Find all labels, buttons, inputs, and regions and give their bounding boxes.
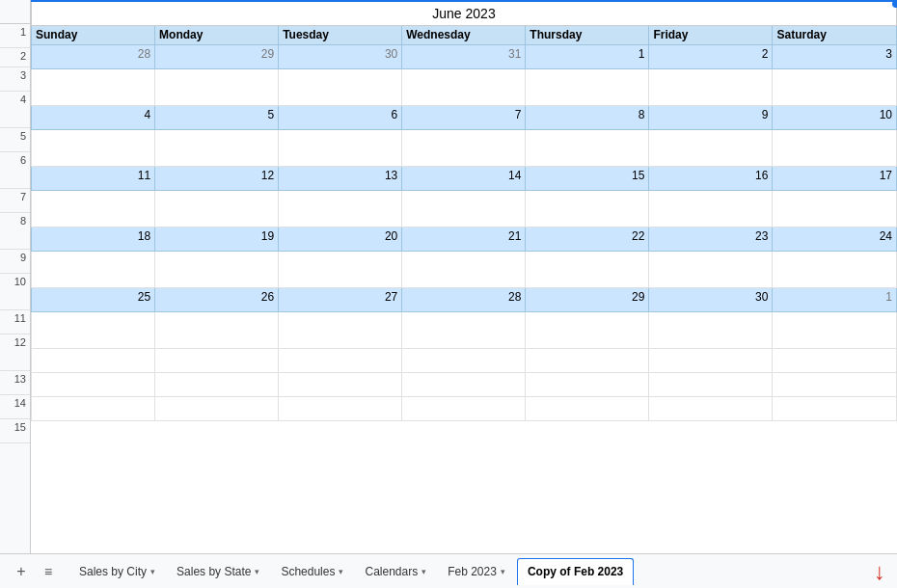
date-cell-5-6[interactable]: 10 (773, 105, 897, 129)
bottom-empty-cell-15-4 (526, 396, 649, 420)
row-num-11: 11 (0, 310, 30, 334)
date-cell-9-3[interactable]: 21 (402, 227, 526, 251)
date-cell-5-1[interactable]: 5 (155, 105, 279, 129)
empty-cell-12-0 (32, 311, 155, 348)
date-cell-5-5[interactable]: 9 (649, 105, 773, 129)
bottom-empty-cell-13-2 (279, 348, 402, 372)
empty-cell-8-6 (773, 190, 897, 227)
day-header-wednesday: Wednesday (402, 25, 526, 44)
empty-cell-8-3 (402, 190, 526, 227)
bottom-empty-cell-14-0 (32, 372, 155, 396)
day-header-friday: Friday (649, 25, 773, 44)
date-cell-3-2[interactable]: 30 (279, 44, 402, 68)
date-cell-11-6[interactable]: 1 (773, 287, 897, 311)
date-cell-7-5[interactable]: 16 (649, 166, 773, 190)
empty-cell-12-6 (773, 311, 897, 348)
empty-cell-8-1 (155, 190, 279, 227)
bottom-empty-cell-13-0 (32, 348, 155, 372)
bottom-empty-cell-14-3 (402, 372, 526, 396)
empty-cell-8-5 (649, 190, 773, 227)
row-num-13: 13 (0, 371, 30, 395)
empty-cell-8-0 (32, 190, 155, 227)
row-num-12: 12 (0, 334, 30, 371)
empty-cell-12-2 (279, 311, 402, 348)
bottom-empty-cell-13-6 (773, 348, 897, 372)
row-num-10: 10 (0, 274, 30, 310)
date-cell-5-0[interactable]: 4 (32, 105, 155, 129)
date-cell-7-3[interactable]: 14 (402, 166, 526, 190)
date-cell-11-2[interactable]: 27 (279, 287, 402, 311)
date-cell-3-3[interactable]: 31 (402, 44, 526, 68)
date-cell-3-0[interactable]: 28 (32, 44, 155, 68)
bottom-empty-cell-15-6 (773, 396, 897, 420)
date-cell-9-5[interactable]: 23 (649, 227, 773, 251)
date-cell-11-1[interactable]: 26 (155, 287, 279, 311)
tab-sales-by-state[interactable]: Sales by State▾ (167, 558, 269, 585)
bottom-empty-cell-15-1 (155, 396, 279, 420)
main-grid: June 2023SundayMondayTuesdayWednesdayThu… (31, 0, 897, 553)
tab-copy-of-feb-2023[interactable]: Copy of Feb 2023 (517, 558, 634, 585)
tab-label: Calendars (365, 565, 418, 578)
bottom-empty-cell-14-5 (649, 372, 773, 396)
empty-cell-4-0 (32, 68, 155, 105)
date-cell-11-4[interactable]: 29 (526, 287, 649, 311)
date-cell-7-0[interactable]: 11 (32, 166, 155, 190)
date-cell-7-6[interactable]: 17 (773, 166, 897, 190)
tab-dropdown-arrow[interactable]: ▾ (255, 567, 259, 576)
date-cell-5-2[interactable]: 6 (279, 105, 402, 129)
tab-dropdown-arrow[interactable]: ▾ (339, 567, 343, 576)
tabs-container: Sales by City▾Sales by State▾Schedules▾C… (69, 558, 634, 585)
date-cell-9-2[interactable]: 20 (279, 227, 402, 251)
date-cell-11-0[interactable]: 25 (32, 287, 155, 311)
date-cell-9-6[interactable]: 24 (773, 227, 897, 251)
empty-cell-12-3 (402, 311, 526, 348)
tab-feb-2023[interactable]: Feb 2023▾ (438, 558, 515, 585)
empty-cell-6-0 (32, 129, 155, 166)
empty-cell-10-4 (526, 251, 649, 287)
tab-schedules[interactable]: Schedules▾ (271, 558, 353, 585)
row-num-header (0, 0, 30, 24)
date-cell-7-1[interactable]: 12 (155, 166, 279, 190)
bottom-empty-cell-15-3 (402, 396, 526, 420)
bottom-empty-cell-15-0 (32, 396, 155, 420)
tab-label: Schedules (281, 565, 335, 578)
tab-dropdown-arrow[interactable]: ▾ (501, 567, 505, 576)
empty-cell-4-4 (526, 68, 649, 105)
row-num-3: 3 (0, 67, 30, 92)
date-cell-3-1[interactable]: 29 (155, 44, 279, 68)
spreadsheet-area: 1 2 3456789101112131415 June 2023SundayM… (0, 0, 897, 553)
date-cell-11-5[interactable]: 30 (649, 287, 773, 311)
day-header-saturday: Saturday (773, 25, 897, 44)
empty-cell-6-1 (155, 129, 279, 166)
row-num-4: 4 (0, 92, 30, 128)
tab-dropdown-arrow[interactable]: ▾ (150, 567, 155, 576)
add-sheet-button[interactable]: + (8, 558, 35, 585)
tab-label: Copy of Feb 2023 (528, 565, 623, 578)
date-cell-5-3[interactable]: 7 (402, 105, 526, 129)
date-cell-5-4[interactable]: 8 (526, 105, 649, 129)
empty-cell-4-2 (279, 68, 402, 105)
day-header-thursday: Thursday (526, 25, 649, 44)
date-cell-3-6[interactable]: 3 (773, 44, 897, 68)
tab-calendars[interactable]: Calendars▾ (355, 558, 436, 585)
tab-sales-by-city[interactable]: Sales by City▾ (69, 558, 165, 585)
row-numbers: 1 2 3456789101112131415 (0, 0, 31, 553)
date-cell-9-1[interactable]: 19 (155, 227, 279, 251)
date-cell-7-4[interactable]: 15 (526, 166, 649, 190)
calendar-title[interactable]: June 2023 (32, 1, 897, 25)
date-cell-9-0[interactable]: 18 (32, 227, 155, 251)
tab-label: Sales by State (177, 565, 251, 578)
bottom-empty-cell-14-1 (155, 372, 279, 396)
date-cell-9-4[interactable]: 22 (526, 227, 649, 251)
bottom-empty-cell-13-3 (402, 348, 526, 372)
bottom-empty-cell-13-5 (649, 348, 773, 372)
tab-dropdown-arrow[interactable]: ▾ (421, 567, 426, 576)
date-cell-7-2[interactable]: 13 (279, 166, 402, 190)
date-cell-11-3[interactable]: 28 (402, 287, 526, 311)
empty-cell-6-5 (649, 129, 773, 166)
empty-cell-12-1 (155, 311, 279, 348)
date-cell-3-5[interactable]: 2 (649, 44, 773, 68)
date-cell-3-4[interactable]: 1 (526, 44, 649, 68)
sheet-menu-button[interactable]: ≡ (35, 558, 62, 585)
empty-cell-10-0 (32, 251, 155, 287)
